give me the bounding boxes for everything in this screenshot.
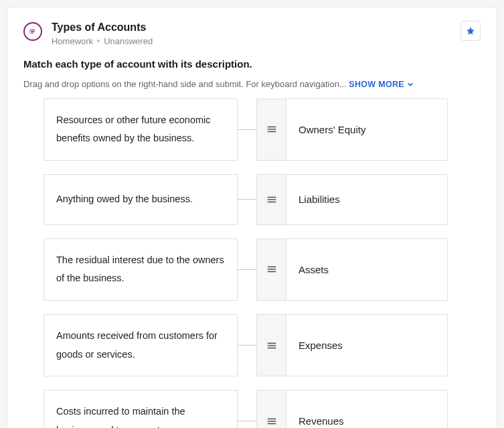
svg-point-0 — [29, 29, 30, 30]
option-label: Assets — [286, 239, 447, 300]
option-box[interactable]: Revenues — [256, 390, 448, 428]
question-title: Types of Accounts — [52, 21, 481, 35]
connector — [238, 98, 256, 161]
description-box: Costs incurred to maintain the business … — [44, 390, 238, 428]
match-rows: Resources or other future economic benef… — [23, 98, 481, 428]
connector-line — [238, 269, 256, 270]
show-more-label: SHOW MORE — [349, 80, 404, 89]
description-text: The residual interest due to the owners … — [56, 251, 225, 288]
category-label: Homework — [52, 36, 93, 46]
description-box: Resources or other future economic benef… — [44, 98, 238, 161]
match-row: The residual interest due to the owners … — [44, 238, 481, 301]
description-text: Anything owed by the business. — [56, 190, 193, 209]
list-bubble-icon — [28, 27, 37, 36]
question-card: Types of Accounts Homework Unanswered Ma… — [7, 7, 497, 428]
question-type-icon — [23, 22, 42, 41]
option-box[interactable]: Assets — [256, 238, 448, 301]
option-label: Liabilities — [286, 175, 447, 224]
drag-icon — [266, 195, 277, 204]
drag-icon — [266, 265, 277, 274]
description-text: Amounts received from customers for good… — [56, 327, 225, 364]
connector — [238, 238, 256, 301]
drag-handle[interactable] — [257, 315, 286, 376]
match-row: Anything owed by the business. Liabiliti… — [44, 174, 481, 225]
show-more-link[interactable]: SHOW MORE — [349, 80, 414, 89]
option-box[interactable]: Expenses — [256, 314, 448, 376]
hint-text: Drag and drop options on the right-hand … — [23, 79, 481, 89]
match-row: Amounts received from customers for good… — [44, 314, 481, 376]
description-text: Costs incurred to maintain the business … — [56, 403, 225, 428]
svg-point-2 — [29, 33, 30, 33]
status-label: Unanswered — [104, 36, 153, 46]
chevron-down-icon — [407, 81, 414, 88]
drag-handle[interactable] — [257, 239, 286, 300]
match-row: Costs incurred to maintain the business … — [44, 390, 481, 428]
drag-icon — [266, 417, 277, 426]
option-label: Revenues — [286, 390, 447, 428]
connector-line — [238, 421, 256, 421]
description-text: Resources or other future economic benef… — [56, 111, 225, 148]
connector — [238, 314, 256, 376]
option-box[interactable]: Liabilities — [256, 174, 448, 225]
option-box[interactable]: Owners' Equity — [256, 98, 448, 161]
connector — [238, 174, 256, 225]
connector-line — [238, 129, 256, 130]
star-icon — [466, 26, 475, 35]
drag-handle[interactable] — [257, 175, 286, 224]
hint-prefix: Drag and drop options on the right-hand … — [23, 79, 349, 89]
connector-line — [238, 199, 256, 200]
svg-point-1 — [29, 31, 30, 31]
instruction-text: Match each type of account with its desc… — [23, 58, 481, 70]
bookmark-button[interactable] — [460, 21, 481, 41]
option-label: Expenses — [286, 315, 447, 376]
match-row: Resources or other future economic benef… — [44, 98, 481, 161]
connector-line — [238, 345, 256, 346]
drag-handle[interactable] — [257, 390, 286, 428]
separator-dot — [97, 40, 100, 42]
drag-handle[interactable] — [257, 99, 286, 160]
option-label: Owners' Equity — [286, 99, 447, 160]
drag-icon — [266, 125, 277, 134]
question-header: Types of Accounts Homework Unanswered — [23, 21, 481, 46]
connector — [238, 390, 256, 428]
description-box: Amounts received from customers for good… — [44, 314, 238, 376]
drag-icon — [266, 341, 277, 350]
description-box: Anything owed by the business. — [44, 174, 238, 225]
question-meta: Homework Unanswered — [52, 36, 481, 46]
description-box: The residual interest due to the owners … — [44, 238, 238, 301]
